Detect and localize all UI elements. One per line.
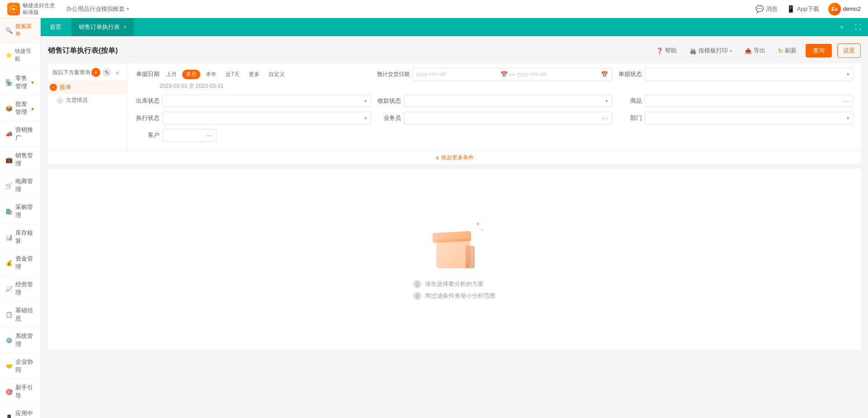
main-layout: 🔍 搜索菜单 ⭐ 快捷导航 🏪 零售管理 ▼ 📦 批发管理 ▲ 📣 营销推广 xyxy=(0,18,868,418)
pill-custom[interactable]: 自定义 xyxy=(265,70,288,79)
sidebar-item-newbie[interactable]: 🎯 新手引导 xyxy=(0,379,40,405)
out-stock-select[interactable]: ▾ xyxy=(162,95,371,107)
delivery-date-label: 预计交货日期 xyxy=(376,71,410,78)
department-label: 部门 xyxy=(617,114,642,122)
sidebar-item-system[interactable]: ⚙️ 系统管理 xyxy=(0,328,40,353)
calendar-end-icon[interactable]: 📅 xyxy=(601,71,608,78)
tab-home[interactable]: 首页 xyxy=(41,18,71,36)
print-chevron-icon: ▾ xyxy=(730,48,732,53)
hint-number-1: 1 xyxy=(413,280,421,288)
filter-left-header: 按以下方案查询 + ✎ « xyxy=(48,68,127,81)
goods-dots-icon[interactable]: ··· xyxy=(843,97,849,104)
goods-input[interactable]: ··· xyxy=(645,95,854,107)
status-label: 单据状态 xyxy=(617,70,642,78)
help-button[interactable]: ❓ 帮助 xyxy=(652,45,680,57)
sidebar-item-wholesale[interactable]: 📦 批发管理 ▲ xyxy=(0,95,40,121)
sidebar-quick-nav[interactable]: ⭐ 快捷导航 xyxy=(0,43,40,68)
out-stock-chevron-icon: ▾ xyxy=(364,98,367,104)
header-left: 畅捷送好生意 标准版 办公用品行业模拟账套 ▾ xyxy=(7,2,129,15)
window-expand-icon[interactable]: ⛶ xyxy=(852,21,864,33)
filter-left: 按以下方案查询 + ✎ « ✓ 按单 ◎ xyxy=(48,63,127,151)
delivery-date-range[interactable]: 📅 — 📅 xyxy=(412,68,613,81)
window-close-icon[interactable]: × xyxy=(835,21,848,33)
sidebar-item-ecommerce[interactable]: 🛒 电商管理 xyxy=(0,173,40,199)
filter-date-field: 单据日期 上月 本月 本年 近7天 更多 自定义 xyxy=(134,70,371,79)
exec-status-select[interactable]: ▾ xyxy=(162,112,371,124)
page-title-bar: 销售订单执行表(按单) ❓ 帮助 🖨️ 按模板打印 ▾ 📤 导出 xyxy=(48,43,861,58)
sidebar-item-operations[interactable]: 📈 经营管理 xyxy=(0,276,40,302)
print-button[interactable]: 🖨️ 按模板打印 ▾ xyxy=(686,45,736,57)
date-separator: — xyxy=(509,71,515,78)
pill-last-month[interactable]: 上月 xyxy=(162,70,180,79)
calendar-start-icon[interactable]: 📅 xyxy=(500,71,508,78)
page-title: 销售订单执行表(按单) xyxy=(48,46,118,56)
sidebar-item-appstore[interactable]: 📱 应用中心 xyxy=(0,405,40,418)
department-select[interactable]: ▾ xyxy=(645,112,854,124)
export-icon: 📤 xyxy=(745,48,752,54)
filter-goods-field: 商品 ··· xyxy=(617,95,854,107)
scheme-item-press[interactable]: ✓ 按单 xyxy=(48,81,127,94)
message-button[interactable]: 💬 消息 xyxy=(755,5,778,13)
settings-button[interactable]: 设置 xyxy=(837,43,861,58)
salesperson-dots-icon[interactable]: ··· xyxy=(602,114,609,122)
user-name: demo2 xyxy=(843,5,861,12)
tab-close-icon[interactable]: × xyxy=(123,24,127,30)
hint-number-2: 2 xyxy=(413,292,421,300)
enterprise-icon: 🤝 xyxy=(5,363,13,370)
sidebar-item-sales[interactable]: 💼 销售管理 xyxy=(0,147,40,173)
delivery-date-start[interactable] xyxy=(416,71,500,77)
sidebar-item-basic[interactable]: 📋 基础信息 xyxy=(0,302,40,328)
empty-sparkle-icon: ✦ xyxy=(475,221,481,227)
breadcrumb-arrow-icon: ▾ xyxy=(127,6,129,12)
sidebar-search[interactable]: 🔍 搜索菜单 xyxy=(0,18,40,43)
collapse-arrow-icon: ∧ xyxy=(435,155,439,161)
export-button[interactable]: 📤 导出 xyxy=(741,45,769,57)
sales-icon: 💼 xyxy=(5,157,13,163)
phone-icon: 📱 xyxy=(787,5,795,13)
empty-state: ✦ ✦ 1 请先选择要分析的方案 2 用过滤条件来缩小分析范围 xyxy=(413,218,495,300)
purchase-icon: 🛍️ xyxy=(5,208,13,215)
sidebar-item-enterprise[interactable]: 🤝 企业协同 xyxy=(0,353,40,379)
sidebar-item-retail[interactable]: 🏪 零售管理 ▼ xyxy=(0,70,40,95)
sidebar-item-marketing[interactable]: 📣 营销推广 xyxy=(0,121,40,147)
tab-bar-right: × ⛶ xyxy=(835,21,868,33)
date-controls: 上月 本月 本年 近7天 更多 自定义 xyxy=(162,70,371,79)
empty-hint-2: 2 用过滤条件来缩小分析范围 xyxy=(413,292,495,300)
customer-input[interactable]: ··· xyxy=(162,129,217,142)
newbie-icon: 🎯 xyxy=(5,389,13,395)
sidebar-item-purchase[interactable]: 🛍️ 采购管理 xyxy=(0,199,40,224)
breadcrumb[interactable]: 办公用品行业模拟账套 ▾ xyxy=(66,5,129,13)
filter-out-stock-field: 出库状态 ▾ xyxy=(134,95,371,107)
pill-more[interactable]: 更多 xyxy=(245,70,263,79)
data-panel: ✦ ✦ 1 请先选择要分析的方案 2 用过滤条件来缩小分析范围 xyxy=(48,169,861,350)
app-download-button[interactable]: 📱 App下载 xyxy=(787,5,819,13)
scheme-active-icon: ✓ xyxy=(50,84,57,91)
date-range-display: 2023-03-01 至 2023-03-31 xyxy=(160,82,854,90)
refresh-button[interactable]: ↻ 刷新 xyxy=(774,45,800,57)
tab-sales-order[interactable]: 销售订单执行表 × xyxy=(71,18,134,36)
add-scheme-button[interactable]: + xyxy=(91,68,100,77)
operations-icon: 📈 xyxy=(5,285,13,292)
sidebar-item-finance[interactable]: 💰 资金管理 xyxy=(0,250,40,276)
logo-icon xyxy=(7,3,20,15)
delivery-date-end[interactable] xyxy=(517,71,601,77)
pill-7days[interactable]: 近7天 xyxy=(222,70,243,79)
pill-this-year[interactable]: 本年 xyxy=(202,70,220,79)
user-profile[interactable]: Ea demo2 xyxy=(828,3,861,15)
edit-scheme-button[interactable]: ✎ xyxy=(102,68,111,77)
collapse-more-button[interactable]: ∧ 收起更多条件 xyxy=(48,151,861,164)
status-select[interactable]: ▾ xyxy=(645,68,854,81)
sidebar-item-inventory[interactable]: 📊 库存核算 xyxy=(0,224,40,250)
collapse-scheme-button[interactable]: « xyxy=(113,68,122,77)
empty-hint-1: 1 请先选择要分析的方案 xyxy=(413,280,495,288)
query-button[interactable]: 查询 xyxy=(806,44,832,57)
empty-box-side xyxy=(466,246,475,268)
filter-row-1: 单据日期 上月 本月 本年 近7天 更多 自定义 xyxy=(134,68,854,81)
scheme-item-debt[interactable]: ◎ 欠货情况 xyxy=(48,94,127,106)
receive-status-select[interactable]: ▾ xyxy=(404,95,613,107)
appstore-icon: 📱 xyxy=(5,414,13,418)
customer-dots-icon[interactable]: ··· xyxy=(206,132,212,139)
salesperson-input[interactable]: ··· xyxy=(404,112,613,124)
out-stock-label: 出库状态 xyxy=(134,97,160,105)
pill-this-month[interactable]: 本月 xyxy=(182,70,200,79)
